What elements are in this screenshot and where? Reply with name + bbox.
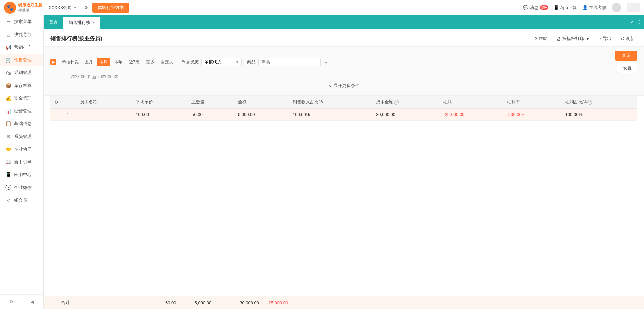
goods-input[interactable] [258,58,321,66]
tab-expand-icon[interactable]: ⛶ [636,20,640,25]
footer-amount: 5,000.00 [190,300,216,305]
logo-version: 标准版 [18,8,42,12]
print-button[interactable]: 🖨 按模板打印 ▼ [554,34,593,43]
logo-text: 畅康通好生意 标准版 [18,3,42,13]
sidebar-collapse-button[interactable]: ◀ [23,297,41,306]
user-name-display [627,3,640,12]
row-profit: -25,000.00 [439,109,503,121]
col-name: 员工名称 [76,96,132,109]
date-tab-custom[interactable]: 自定义 [158,58,176,66]
query-button[interactable]: 查询 [615,51,637,61]
sidebar-item-purchase[interactable]: 🛍 采购管理 [0,66,43,79]
sidebar-label-system: 系统管理 [14,134,32,140]
tab-close-icon[interactable]: × [92,20,95,25]
topbar-settings-icon[interactable]: ⚙ [83,4,90,11]
sidebar-icon-enterprise-collab: 🤝 [5,146,11,152]
sidebar-item-system[interactable]: ⚙ 系统管理 [0,130,43,143]
message-button[interactable]: 💬 消息 99+ [523,5,548,11]
sidebar-item-enterprise-collab[interactable]: 🤝 企业协同 [0,143,43,156]
sidebar-settings-button[interactable]: ⚙ [3,297,20,306]
col-cost: 成本全额? [372,96,439,109]
sidebar-item-search-order[interactable]: ☰ 搜索菜单 [0,15,43,28]
service-icon: 👤 [582,5,588,10]
sidebar-label-inventory: 库存核算 [14,83,32,89]
col-profit: 毛利 [439,96,503,109]
avatar[interactable] [612,3,621,12]
sidebar-item-app-center[interactable]: 📱 应用中心 [0,168,43,181]
sidebar-item-basic-info[interactable]: 📋 基础信息 [0,117,43,130]
tab-bar-actions: × ⛶ [630,20,644,25]
sidebar-icon-finance: 💰 [5,95,11,101]
status-filter-label: 单据状态 [181,59,199,65]
row-settings[interactable] [50,109,62,121]
filter-collapse-button[interactable]: ▶ [50,59,56,65]
sidebar-item-quick-nav[interactable]: ⌂ 快捷导航 [0,28,43,41]
refresh-button[interactable]: ↺ 刷新 [618,34,637,43]
print-label: 按模板打印 [562,36,584,42]
expand-icon: ∨ [329,83,332,88]
filter-area: ▶ 单据日期 上月 本月 本年 近7天 更多 自定义 [44,47,644,96]
row-sales-pct: 100.00% [289,109,372,121]
export-button[interactable]: ↑ 导出 [597,34,614,43]
sidebar-icon-enterprise-wechat: 💬 [5,185,11,191]
sidebar-icon-inventory: 📦 [5,83,11,89]
sidebar-icon-operations: 📊 [5,108,11,114]
sidebar-item-operations[interactable]: 📊 经营管理 [0,105,43,117]
refresh-label: 刷新 [626,36,635,42]
expand-more-conditions[interactable]: ∨ 展开更多条件 [50,80,637,91]
date-tab-current-month[interactable]: 本月 [97,58,110,66]
table-header-row: ⚙ 员工名称 平均单价 主数量 全额 销售收入占比% 成本全额? 毛利 [50,96,637,109]
chevron-down-icon: ▼ [73,6,77,9]
expand-more-label: 展开更多条件 [333,83,359,89]
help-button[interactable]: ? 帮助 [532,34,550,43]
cost-info-icon[interactable]: ? [394,100,399,105]
app-download-icon: 📱 [554,5,559,10]
row-profit-pct: 100.00% [561,109,637,121]
date-tab-more[interactable]: 更多 [143,58,157,66]
footer-profit: -25,000.00 [263,300,292,305]
date-tabs: 上月 本月 本年 近7天 更多 自定义 [82,58,176,66]
app-download-button[interactable]: 📱 App下载 [554,5,577,11]
page-header: 销售排行榜(按业务员) ? 帮助 🖨 按模板打印 ▼ ↑ [44,29,644,47]
sidebar-label-search-order: 搜索菜单 [14,19,32,25]
sidebar-item-sales[interactable]: 🛒 销售管理 [0,54,43,66]
goods-more-icon[interactable]: ··· [324,60,327,65]
home-tab-label: 首页 [49,19,58,25]
row-amount: 5,000.00 [234,109,289,121]
footer-qty: 50.00 [161,300,180,305]
sidebar-label-operations: 经营管理 [14,108,32,114]
profit-pct-info-icon[interactable]: ? [587,100,592,105]
sidebar-item-inventory[interactable]: 📦 库存核算 [0,79,43,92]
sidebar-label-enterprise-wechat: 企业微信 [14,185,32,191]
export-label: 导出 [603,36,611,42]
sidebar-label-app-center: 应用中心 [14,172,32,178]
row-profit-rate: -500.00% [503,109,561,121]
online-service-button[interactable]: 👤 在线客服 [582,5,606,11]
company-selector[interactable]: XXXXX公司 ▼ [45,3,80,12]
date-tab-prev-month[interactable]: 上月 [82,58,95,66]
date-tab-year[interactable]: 本年 [112,58,125,66]
tab-close-all-icon[interactable]: × [630,20,633,25]
sidebar-item-enterprise-wechat[interactable]: 💬 企业微信 [0,181,43,194]
message-badge: 99+ [540,5,548,10]
tab-sales-ranking[interactable]: 销售排行榜 × [63,17,100,29]
row-qty: 50.00 [187,109,234,121]
trial-button[interactable]: 体验行业方案 [92,3,129,13]
sidebar-item-member[interactable]: V 畅会员 [0,194,43,207]
online-service-label: 在线客服 [589,5,606,11]
tab-home[interactable]: 首页 [44,15,63,29]
sidebar-item-marketing[interactable]: 📢 营销推广 [0,41,43,54]
sidebar-item-finance[interactable]: 💰 资金管理 [0,92,43,105]
goods-filter: 商品 ··· [247,58,327,66]
col-settings[interactable]: ⚙ [50,96,62,109]
sidebar-icon-search-order: ☰ [5,19,11,25]
status-select[interactable]: 单据状态 [201,58,242,66]
print-chevron-icon: ▼ [586,36,590,41]
filter-settings-button[interactable]: 设置 [617,63,637,73]
row-name [76,109,132,121]
sidebar-item-beginner-guide[interactable]: 📖 新手引导 [0,156,43,168]
company-name: XXXXX公司 [49,5,72,11]
row-avg-price: 100.00 [132,109,187,121]
date-tab-7days[interactable]: 近7天 [126,58,142,66]
page-title: 销售排行榜(按业务员) [50,35,102,42]
